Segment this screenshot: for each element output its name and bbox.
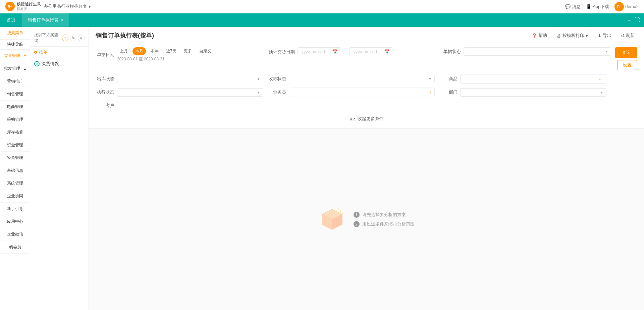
- date-range-info: 2023-03-01 至 2023-03-31: [117, 56, 265, 62]
- quick-date-more[interactable]: 更多: [181, 47, 195, 55]
- step-2-text: 用过滤条件来缩小分析范围: [362, 221, 415, 227]
- app-download-btn[interactable]: 📱 App下载: [586, 4, 609, 10]
- tab-fullscreen-icon[interactable]: ⛶: [635, 17, 640, 23]
- tab-active[interactable]: 销售订单执行表 ×: [22, 13, 69, 27]
- exec-status-select[interactable]: ▾: [117, 88, 263, 97]
- print-icon: 🖨: [557, 33, 561, 38]
- sidebar-item-purchase[interactable]: 采购管理: [0, 113, 30, 126]
- print-btn[interactable]: 🖨 按模板打印 ▾: [554, 31, 591, 40]
- tab-home[interactable]: 首页: [0, 13, 22, 27]
- sidebar-item-ecommerce[interactable]: 电商管理: [0, 101, 30, 113]
- sidebar-guide-label: 新手引导: [7, 206, 23, 212]
- top-header: 好 畅捷通好生意 标准版 办公用品行业模拟账套 ▾ 💬 消息 📱 App下载 E…: [0, 0, 644, 13]
- edit-scheme-btn[interactable]: ✎: [70, 35, 76, 41]
- sidebar-wholesale-label: 批发管理: [4, 66, 20, 71]
- logo-text: 畅捷通好生意: [17, 2, 41, 6]
- left-nav-order-label: 按单: [39, 49, 48, 55]
- sidebar-nav[interactable]: 快捷导航: [0, 40, 30, 50]
- filter-group-execstatus: 执行状态 ▾: [96, 88, 263, 97]
- sidebar-item-basic[interactable]: 基础信息: [0, 164, 30, 177]
- sidebar-item-marketing[interactable]: 营销推广: [0, 75, 30, 88]
- username: demo2: [625, 4, 639, 9]
- out-status-select[interactable]: ▾: [117, 75, 263, 83]
- receipt-status-select[interactable]: ▾: [289, 75, 435, 83]
- sidebar-sales-label: 销售管理: [7, 91, 23, 97]
- empty-step-2: 2 用过滤条件来缩小分析范围: [354, 221, 415, 227]
- right-content: 销售订单执行表(按单) ❓ 帮助 🖨 按模板打印 ▾ ⬇ 导出: [89, 27, 644, 310]
- export-btn[interactable]: ⬇ 导出: [595, 31, 614, 40]
- help-label: 帮助: [538, 33, 547, 39]
- sidebar-retail-label: 零售管理: [4, 53, 20, 59]
- query-btn[interactable]: 查询: [615, 47, 637, 58]
- print-label: 按模板打印: [562, 33, 584, 39]
- app-download-label: App下载: [593, 4, 609, 10]
- page-title: 销售订单执行表(按单): [96, 32, 154, 40]
- help-icon: ❓: [532, 33, 537, 38]
- empty-icon: [319, 206, 345, 233]
- quick-date-custom[interactable]: 自定义: [197, 47, 214, 55]
- step-2-num: 2: [354, 221, 360, 227]
- customer-input[interactable]: ···: [117, 101, 263, 110]
- left-nav-item-shortage[interactable]: ○ 欠货情况: [30, 58, 89, 69]
- filter-group-customer: 客户 ···: [96, 101, 263, 110]
- left-nav-item-order[interactable]: 按单: [30, 47, 89, 58]
- user-avatar: Ea: [614, 2, 624, 11]
- empty-step-1: 1 请先选择要分析的方案: [354, 212, 415, 218]
- left-panel-header-label: 按以下方案查询: [34, 32, 60, 44]
- sidebar-item-member[interactable]: 畅会员: [0, 241, 30, 254]
- sidebar-item-operation[interactable]: 经营管理: [0, 152, 30, 164]
- collapse-panel-btn[interactable]: «: [78, 35, 85, 41]
- sidebar-search[interactable]: 搜索菜单: [0, 27, 30, 40]
- receipt-status-arrow-icon: ▾: [429, 77, 431, 81]
- tab-minimize-icon[interactable]: －: [627, 17, 632, 24]
- sidebar-item-sales[interactable]: 销售管理: [0, 88, 30, 101]
- svg-point-5: [340, 210, 341, 212]
- sidebar-system-label: 系统管理: [7, 180, 23, 186]
- sidebar-finance-label: 资金管理: [7, 142, 23, 148]
- header-title-area: 办公用品行业模拟账套 ▾: [44, 3, 91, 9]
- product-more-icon[interactable]: ···: [599, 76, 603, 82]
- quick-date-this-year[interactable]: 本年: [148, 47, 161, 55]
- order-dot-icon: [34, 51, 37, 54]
- product-input[interactable]: ···: [460, 74, 606, 84]
- sidebar-apps-label: 应用中心: [7, 219, 23, 224]
- customer-label: 客户: [96, 103, 114, 109]
- salesman-more-icon[interactable]: ···: [427, 90, 431, 95]
- tab-close-icon[interactable]: ×: [61, 18, 63, 22]
- quick-date-this-month[interactable]: 本月: [132, 47, 146, 55]
- forecast-date-end[interactable]: yyyy-mm-dd 📅: [350, 47, 393, 56]
- sidebar-item-finance[interactable]: 资金管理: [0, 139, 30, 152]
- sidebar-item-cooperation[interactable]: 企业协同: [0, 190, 30, 203]
- forecast-date-start[interactable]: yyyy-mm-dd 📅: [298, 47, 341, 56]
- inner-layout: 按以下方案查询 + ✎ « 按单 ○ 欠货情况 销售订单执行表(按单) ❓: [30, 27, 644, 310]
- forecast-start-placeholder: yyyy-mm-dd: [301, 49, 325, 54]
- dept-label: 部门: [439, 89, 458, 95]
- doc-status-select[interactable]: ▾: [464, 47, 611, 56]
- sidebar-item-wechat[interactable]: 企业微信: [0, 228, 30, 241]
- customer-more-icon[interactable]: ···: [256, 103, 260, 108]
- user-area[interactable]: Ea demo2: [614, 2, 639, 11]
- sidebar-item-retail[interactable]: 零售管理 ▾: [0, 50, 30, 62]
- sidebar-item-wholesale[interactable]: 批发管理 ▴: [0, 62, 30, 75]
- sidebar-basic-label: 基础信息: [7, 168, 23, 173]
- page-header: 销售订单执行表(按单) ❓ 帮助 🖨 按模板打印 ▾ ⬇ 导出: [89, 27, 644, 43]
- help-btn[interactable]: ❓ 帮助: [529, 31, 550, 40]
- dept-select[interactable]: ▾: [460, 88, 606, 97]
- collapse-btn[interactable]: ∧∧ 收起更多条件: [345, 114, 388, 123]
- sidebar-item-guide[interactable]: 新手引导: [0, 203, 30, 215]
- quick-date-7days[interactable]: 近7天: [163, 47, 179, 55]
- salesman-input[interactable]: ···: [289, 88, 435, 97]
- refresh-btn[interactable]: ↺ 刷新: [618, 31, 637, 40]
- sidebar-item-system[interactable]: 系统管理: [0, 177, 30, 190]
- logo-text-area: 畅捷通好生意 标准版: [17, 2, 41, 11]
- sidebar-marketing-label: 营销推广: [7, 79, 23, 84]
- setting-btn[interactable]: 设置: [617, 60, 637, 70]
- out-status-label: 出库状态: [96, 76, 114, 82]
- add-scheme-btn[interactable]: +: [62, 35, 68, 41]
- sidebar-item-inventory[interactable]: 库存核算: [0, 126, 30, 139]
- quick-date-last-month[interactable]: 上月: [117, 47, 130, 55]
- sidebar-item-apps[interactable]: 应用中心: [0, 215, 30, 228]
- header-title-arrow-icon: ▾: [89, 4, 91, 9]
- message-btn[interactable]: 💬 消息: [565, 4, 581, 10]
- sidebar-ecommerce-label: 电商管理: [7, 104, 23, 110]
